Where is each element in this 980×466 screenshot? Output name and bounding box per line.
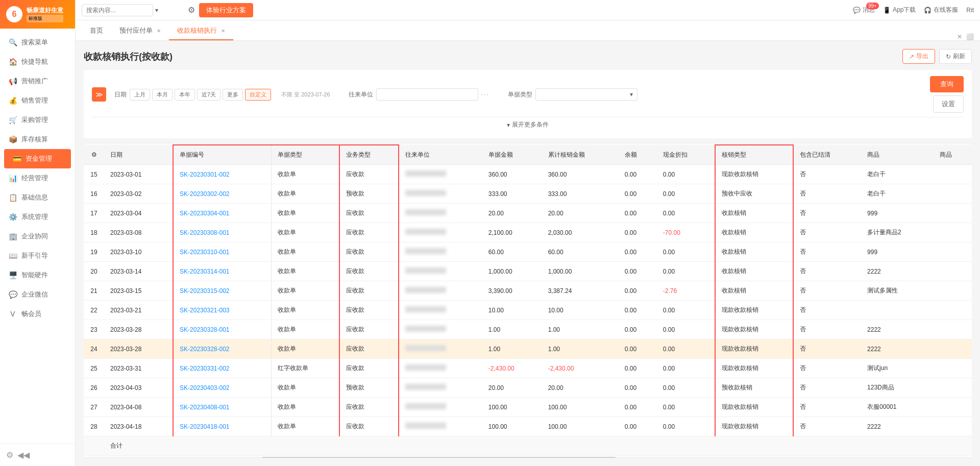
topbar-search-input[interactable]	[82, 4, 153, 16]
cell-writeoff-type: 预收款核销	[715, 378, 793, 398]
sidebar-item-finance[interactable]: 💳 资金管理	[4, 149, 71, 168]
date-btn-more[interactable]: 更多	[223, 89, 243, 101]
sidebar-item-purchase[interactable]: 🛒 采购管理	[0, 110, 75, 130]
sidebar-item-wechat[interactable]: 💬 企业微信	[0, 285, 75, 304]
doctype-select[interactable]: ▾	[535, 88, 638, 101]
date-btn-custom[interactable]: 自定义	[245, 89, 271, 101]
message-button[interactable]: 💬 消息 99+	[853, 6, 875, 14]
cell-docno-link[interactable]: SK-20230315-002	[180, 287, 229, 295]
cell-docno[interactable]: SK-20230321-003	[173, 301, 271, 320]
cell-partner	[399, 359, 482, 378]
cell-docno-link[interactable]: SK-20230308-001	[180, 229, 229, 236]
partner-input[interactable]	[376, 88, 478, 101]
sidebar-item-marketing[interactable]: 📢 营销推广	[0, 71, 75, 91]
tab-collection[interactable]: 收款核销执行 ✕	[169, 22, 233, 40]
gear-icon[interactable]: ⚙	[91, 151, 97, 158]
cell-docno-link[interactable]: SK-20230321-003	[180, 307, 229, 314]
sidebar-item-operations[interactable]: 📊 经营管理	[0, 168, 75, 188]
settings-gear-icon[interactable]: ⚙	[6, 450, 13, 460]
solution-button[interactable]: 体验行业方案	[199, 3, 253, 17]
sidebar-item-hardware[interactable]: 🖥️ 智能硬件	[0, 265, 75, 285]
cell-docno[interactable]: SK-20230418-001	[173, 417, 271, 436]
cell-docno-link[interactable]: SK-20230301-002	[180, 171, 229, 178]
cell-docno[interactable]: SK-20230308-001	[173, 223, 271, 242]
online-service-button[interactable]: 🎧 在线客服	[924, 6, 958, 14]
date-btn-this-year[interactable]: 本年	[175, 89, 195, 101]
tab-collection-close-icon[interactable]: ✕	[221, 28, 225, 34]
cell-docno-link[interactable]: SK-20230302-002	[180, 190, 229, 198]
cell-writeoff-type: 现款收款核销	[715, 398, 793, 417]
dropdown-arrow-icon[interactable]: ▾	[155, 7, 158, 14]
cell-amount: 20.00	[482, 378, 542, 398]
cell-cash-discount: 0.00	[657, 262, 715, 281]
cell-balance: 0.00	[619, 398, 657, 417]
footer-cell-1: 合计	[104, 436, 173, 456]
sidebar-item-inventory[interactable]: 📦 库存核算	[0, 130, 75, 149]
cell-docno[interactable]: SK-20230301-002	[173, 165, 271, 184]
filter-partner-group: 往来单位 ···	[349, 88, 489, 101]
cell-docno-link[interactable]: SK-20230331-002	[180, 365, 229, 372]
setting-button[interactable]: 设置	[933, 95, 964, 113]
cell-docno[interactable]: SK-20230315-002	[173, 281, 271, 301]
date-btn-this-month[interactable]: 本月	[152, 89, 173, 101]
restore-icon[interactable]: ⬜	[966, 33, 974, 40]
cell-index: 27	[84, 398, 104, 417]
cell-amount: 100.00	[482, 417, 542, 436]
cell-docno-link[interactable]: SK-20230310-001	[180, 249, 229, 256]
cell-cash-discount: -2.76	[657, 281, 715, 301]
cell-docno[interactable]: SK-20230310-001	[173, 242, 271, 262]
date-btn-7days[interactable]: 近7天	[197, 89, 220, 101]
filter-toggle-button[interactable]: ≫	[92, 87, 106, 102]
horizontal-scrollbar[interactable]	[84, 457, 972, 458]
export-button[interactable]: ↗ 导出	[902, 49, 935, 64]
cell-docno[interactable]: SK-20230314-001	[173, 262, 271, 281]
date-btn-last-month[interactable]: 上月	[130, 89, 150, 101]
sidebar-item-corp[interactable]: 🏢 企业协同	[0, 227, 75, 246]
sidebar-item-quicknav[interactable]: 🏠 快捷导航	[0, 52, 75, 71]
collapse-icon[interactable]: ◀◀	[17, 450, 30, 460]
topbar-gear-icon[interactable]: ⚙	[188, 5, 195, 15]
cell-docno-link[interactable]: SK-20230328-002	[180, 346, 229, 353]
cell-docno-link[interactable]: SK-20230403-002	[180, 384, 229, 391]
cell-partner	[399, 398, 482, 417]
cell-docno[interactable]: SK-20230328-001	[173, 320, 271, 339]
sidebar-item-guide[interactable]: 📖 新手引导	[0, 246, 75, 265]
cell-docno[interactable]: SK-20230328-002	[173, 339, 271, 359]
tabbar: 首页 预付应付单 ✕ 收款核销执行 ✕ ✕ ⬜	[76, 20, 980, 41]
cell-docno[interactable]: SK-20230408-001	[173, 398, 271, 417]
query-button[interactable]: 查询	[930, 76, 964, 92]
cell-docno[interactable]: SK-20230331-002	[173, 359, 271, 378]
tab-prepay-close-icon[interactable]: ✕	[157, 28, 161, 34]
cell-docno-link[interactable]: SK-20230408-001	[180, 404, 229, 411]
app-download-button[interactable]: 📱 App下载	[883, 6, 916, 14]
cell-included: 否	[793, 262, 861, 281]
col-header-doctype: 单据类型	[271, 145, 339, 165]
sidebar-item-basicinfo[interactable]: 📋 基础信息	[0, 188, 75, 207]
cell-docno[interactable]: SK-20230304-001	[173, 204, 271, 223]
scroll-thumb[interactable]	[261, 457, 617, 458]
sidebar-item-search[interactable]: 🔍 搜索菜单	[0, 33, 75, 52]
tab-prepay[interactable]: 预付应付单 ✕	[111, 22, 169, 40]
cell-docno-link[interactable]: SK-20230328-001	[180, 326, 229, 333]
table-row: 202023-03-14SK-20230314-001收款单应收款1,000.0…	[84, 262, 972, 281]
cell-docno-link[interactable]: SK-20230314-001	[180, 268, 229, 275]
cell-docno-link[interactable]: SK-20230304-001	[180, 210, 229, 217]
tab-home[interactable]: 首页	[82, 22, 111, 40]
expand-more-button[interactable]: ▾ 展开更多条件	[92, 117, 964, 132]
sidebar-item-system[interactable]: ⚙️ 系统管理	[0, 207, 75, 227]
cell-docno-link[interactable]: SK-20230418-001	[180, 423, 229, 430]
cell-docno[interactable]: SK-20230302-002	[173, 184, 271, 204]
more-options-icon[interactable]: ···	[481, 91, 489, 98]
refresh-button[interactable]: ↻ 刷新	[939, 49, 972, 64]
page-actions: ↗ 导出 ↻ 刷新	[902, 49, 972, 64]
cell-docno[interactable]: SK-20230403-002	[173, 378, 271, 398]
cell-index: 22	[84, 301, 104, 320]
sidebar-item-member[interactable]: V 畅会员	[0, 304, 75, 324]
cell-included: 否	[793, 281, 861, 301]
col-header-gear[interactable]: ⚙	[84, 145, 104, 165]
sidebar-item-sales[interactable]: 💰 销售管理	[0, 91, 75, 110]
wechat-icon: 💬	[8, 290, 17, 299]
footer-cell-13	[934, 436, 972, 456]
close-all-icon[interactable]: ✕	[957, 33, 962, 40]
member-icon: V	[8, 310, 17, 318]
